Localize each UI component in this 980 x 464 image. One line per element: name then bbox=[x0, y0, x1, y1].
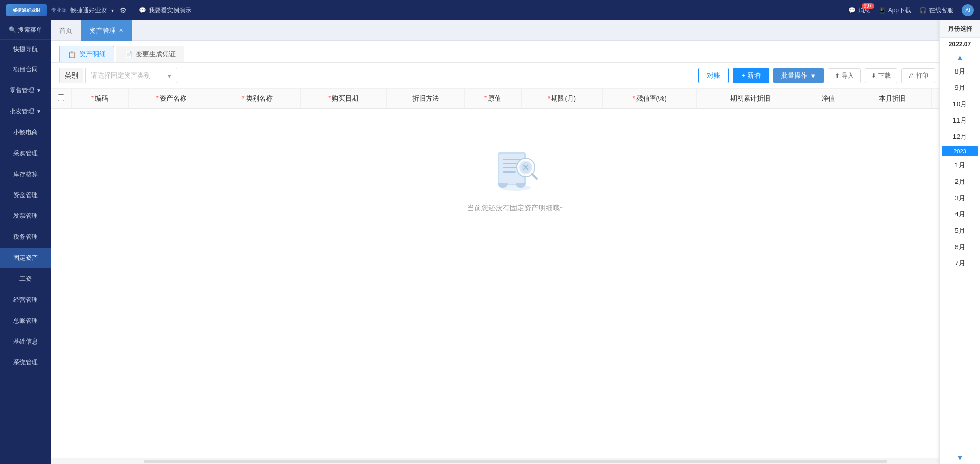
chevron-down-icon: ▼ bbox=[957, 454, 964, 462]
month-item-8[interactable]: 8月 bbox=[940, 63, 980, 80]
batch-operation-button[interactable]: 批量操作 ▼ bbox=[773, 68, 824, 83]
sidebar-item-label: 项目合同 bbox=[13, 65, 38, 74]
main-layout: 🔍 搜索菜单 快捷导航 项目合同 零售管理 ▼ 批发管理 ▼ 小畅电商 采购管理… bbox=[0, 20, 980, 464]
month-item-2[interactable]: 2月 bbox=[940, 174, 980, 190]
sidebar-item-tax-mgmt[interactable]: 税务管理 bbox=[0, 227, 51, 248]
sidebar-item-system-mgmt[interactable]: 系统管理 bbox=[0, 352, 51, 373]
duizhang-button[interactable]: 对账 bbox=[698, 68, 729, 83]
avatar-text: Ai bbox=[965, 7, 970, 13]
category-dropdown[interactable]: 请选择固定资产类别 ▾ bbox=[85, 68, 177, 83]
month-item-12[interactable]: 12月 bbox=[940, 129, 980, 145]
add-label: + 新增 bbox=[742, 71, 761, 80]
col-code-label: 编码 bbox=[95, 94, 108, 102]
sidebar-quick-nav[interactable]: 快捷导航 bbox=[0, 40, 51, 59]
col-residual-label: 残值率(%) bbox=[636, 94, 667, 102]
month-8-label: 8月 bbox=[954, 67, 965, 75]
data-table: *编码 *资产名称 *类别名称 *购买日期 折旧方法 *原值 *期限(月) *残… bbox=[51, 89, 980, 249]
company-name[interactable]: 畅捷通好业财 bbox=[70, 6, 107, 15]
sub-tab-change-voucher[interactable]: 📄 变更生成凭证 bbox=[116, 46, 184, 62]
month-item-10[interactable]: 10月 bbox=[940, 96, 980, 112]
arrow-icon: ▼ bbox=[36, 109, 41, 114]
sidebar-item-ecommerce[interactable]: 小畅电商 bbox=[0, 122, 51, 143]
sidebar-item-general-ledger[interactable]: 总账管理 bbox=[0, 310, 51, 331]
sidebar-item-label: 经营管理 bbox=[13, 296, 38, 304]
sidebar-item-fund-mgmt[interactable]: 资金管理 bbox=[0, 185, 51, 206]
month-item-11[interactable]: 11月 bbox=[940, 112, 980, 129]
sidebar-item-fixed-assets[interactable]: 固定资产 bbox=[0, 248, 51, 268]
table-header-row: *编码 *资产名称 *类别名称 *购买日期 折旧方法 *原值 *期限(月) *残… bbox=[51, 89, 980, 109]
brand-logo: 畅捷通好业财 bbox=[6, 4, 47, 16]
col-original-value-label: 原值 bbox=[488, 94, 501, 102]
sub-tab-asset-detail[interactable]: 📋 资产明细 bbox=[59, 46, 114, 62]
tab-close-icon[interactable]: ✕ bbox=[119, 27, 124, 34]
import-button[interactable]: ⬆ 导入 bbox=[828, 68, 861, 83]
sidebar-item-invoice-mgmt[interactable]: 发票管理 bbox=[0, 206, 51, 227]
settings-icon[interactable]: ⚙ bbox=[120, 6, 127, 14]
add-button[interactable]: + 新增 bbox=[733, 68, 769, 83]
month-item-6[interactable]: 6月 bbox=[940, 239, 980, 255]
month-4-label: 4月 bbox=[954, 210, 965, 218]
demo-link[interactable]: 💬 我要看实例演示 bbox=[139, 6, 191, 15]
scrollbar-area bbox=[51, 458, 980, 464]
chevron-up-icon: ▲ bbox=[957, 53, 964, 61]
sidebar-item-label: 总账管理 bbox=[13, 316, 38, 325]
month-item-1[interactable]: 1月 bbox=[940, 157, 980, 174]
sidebar-item-label: 税务管理 bbox=[13, 233, 38, 241]
col-residual-rate: *残值率(%) bbox=[602, 89, 697, 109]
col-category: *类别名称 bbox=[214, 89, 301, 109]
month-7-label: 7月 bbox=[954, 259, 965, 267]
sidebar-search[interactable]: 🔍 搜索菜单 bbox=[0, 20, 51, 40]
month-11-label: 11月 bbox=[953, 116, 967, 124]
arrow-icon: ▼ bbox=[36, 88, 41, 93]
headset-icon: 🎧 bbox=[919, 7, 927, 14]
dropdown-arrow-icon: ▾ bbox=[168, 72, 172, 80]
sidebar-item-wholesale-mgmt[interactable]: 批发管理 ▼ bbox=[0, 101, 51, 122]
col-net-value-label: 净值 bbox=[822, 94, 835, 102]
download-button[interactable]: ⬇ 下载 bbox=[865, 68, 897, 83]
col-period: *期限(月) bbox=[521, 89, 602, 109]
sidebar-item-operation-mgmt[interactable]: 经营管理 bbox=[0, 289, 51, 310]
empty-state: 当前您还没有固定资产明细哦~ bbox=[55, 114, 976, 243]
month-panel-title: 月份选择 bbox=[948, 25, 972, 32]
top-bar: 畅捷通好业财 专业版 畅捷通好业财 ▾ ⚙ 💬 我要看实例演示 💬 消息 99+… bbox=[0, 0, 980, 20]
month-item-7[interactable]: 7月 bbox=[940, 255, 980, 272]
tab-asset-management[interactable]: 资产管理 ✕ bbox=[81, 20, 132, 41]
sidebar-item-label: 资金管理 bbox=[13, 191, 38, 200]
year-2023-label: 2023 bbox=[953, 148, 966, 154]
tab-home[interactable]: 首页 bbox=[51, 20, 81, 41]
sidebar-item-basic-info[interactable]: 基础信息 bbox=[0, 331, 51, 352]
month-item-4[interactable]: 4月 bbox=[940, 206, 980, 223]
import-icon: ⬆ bbox=[835, 72, 840, 79]
sidebar-item-label: 固定资产 bbox=[13, 254, 38, 262]
month-1-label: 1月 bbox=[954, 161, 965, 169]
batch-label: 批量操作 bbox=[781, 71, 807, 80]
app-download-label: App下载 bbox=[888, 6, 911, 15]
month-item-9[interactable]: 9月 bbox=[940, 80, 980, 96]
print-button[interactable]: 🖨 打印 bbox=[901, 68, 935, 83]
sidebar-item-retail-mgmt[interactable]: 零售管理 ▼ bbox=[0, 80, 51, 101]
category-select: 类别 请选择固定资产类别 ▾ bbox=[59, 68, 177, 83]
month-scroll-down[interactable]: ▼ bbox=[940, 452, 980, 464]
month-scroll-up[interactable]: ▲ bbox=[940, 51, 980, 63]
select-all-checkbox[interactable] bbox=[58, 94, 64, 101]
quick-nav-label: 快捷导航 bbox=[13, 45, 38, 53]
online-service-button[interactable]: 🎧 在线客服 bbox=[919, 6, 953, 15]
sidebar-item-payroll[interactable]: 工资 bbox=[0, 268, 51, 289]
app-download-button[interactable]: 📱 App下载 bbox=[878, 6, 911, 15]
sidebar-item-purchase-mgmt[interactable]: 采购管理 bbox=[0, 143, 51, 164]
demo-icon: 💬 bbox=[139, 7, 146, 14]
empty-illustration bbox=[485, 144, 546, 196]
home-tab-label: 首页 bbox=[59, 26, 72, 35]
sidebar-item-inventory[interactable]: 库存核算 bbox=[0, 164, 51, 185]
sidebar-item-project-contract[interactable]: 项目合同 bbox=[0, 59, 51, 80]
print-label: 打印 bbox=[916, 71, 928, 80]
sidebar-item-label: 库存核算 bbox=[13, 170, 38, 179]
sidebar-item-label: 基础信息 bbox=[13, 337, 38, 346]
company-dropdown-icon[interactable]: ▾ bbox=[111, 8, 114, 13]
month-item-5[interactable]: 5月 bbox=[940, 223, 980, 239]
message-button[interactable]: 💬 消息 99+ bbox=[848, 6, 870, 15]
user-avatar[interactable]: Ai bbox=[962, 4, 974, 16]
month-3-label: 3月 bbox=[954, 194, 965, 202]
month-item-3[interactable]: 3月 bbox=[940, 190, 980, 206]
month-item-year-2023[interactable]: 2023 bbox=[942, 146, 978, 156]
